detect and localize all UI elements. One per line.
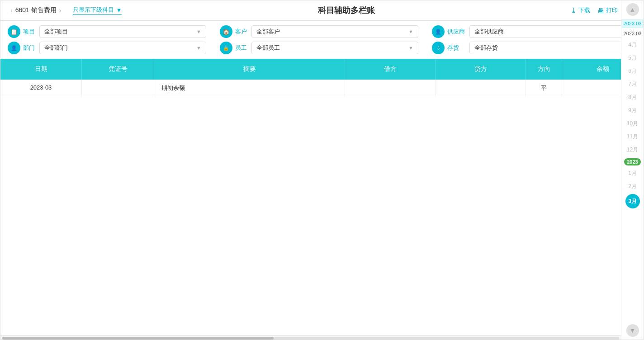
customer-label-text: 客户 [235,28,247,36]
supplier-label-text: 供应商 [447,28,465,36]
header: ‹ 6601 销售费用 › 只显示下级科目 ▼ 科目辅助多栏账 ⤓ 下载 🖶 打… [0,0,644,21]
year-badge: 2023 [624,158,640,165]
supplier-value: 全部供应商 [474,28,504,36]
cell-direction: 平 [526,80,562,97]
print-label: 打印 [606,6,618,14]
employee-filter-label: 🔒 员工 [211,42,247,54]
scroll-down-icon[interactable]: ▼ [626,324,639,335]
project-value: 全部项目 [44,28,68,36]
employee-label-text: 员工 [235,44,247,52]
employee-arrow-icon: ▼ [408,45,413,51]
inventory-select[interactable]: 全部存货 ▼ [469,42,636,54]
supplier-select[interactable]: 全部供应商 ▼ [469,25,636,38]
month-item-3-selected[interactable]: 3月 [625,194,640,208]
month-sidebar: ▲ 2023.03 2023.03 4月 5月 6月 7月 8月 9月 10月 … [621,59,644,335]
col-voucher: 凭证号 [82,59,154,80]
customer-filter-label: 🏠 客户 [211,25,247,38]
department-label-text: 部门 [23,44,35,52]
month-item-2[interactable]: 2月 [621,180,644,193]
main-window: ‹ 6601 销售费用 › 只显示下级科目 ▼ 科目辅助多栏账 ⤓ 下载 🖶 打… [0,0,644,340]
sidebar-scroll-down[interactable]: ▼ [621,321,644,335]
month-item-11[interactable]: 11月 [621,130,644,143]
month-item-12[interactable]: 12月 [621,143,644,156]
month-item-1[interactable]: 1月 [621,167,644,180]
department-filter-label: 👤 部门 [8,42,35,54]
cell-summary: 期初余额 [154,80,345,97]
employee-value: 全部员工 [256,44,280,52]
print-button[interactable]: 🖶 打印 [597,6,618,14]
table-area: 日期 凭证号 摘要 借方 贷方 方向 余额 2023-03 期初余额 [0,59,644,335]
col-summary: 摘要 [154,59,345,80]
inventory-filter-label: ⇩ 存货 [423,42,465,54]
inventory-label-text: 存货 [447,44,459,52]
employee-select[interactable]: 全部员工 ▼ [251,42,418,54]
col-debit: 借方 [345,59,436,80]
month-item-7[interactable]: 7月 [621,78,644,91]
month-item-8[interactable]: 8月 [621,91,644,104]
supplier-filter-label: 👤 供应商 [423,25,465,38]
col-direction: 方向 [526,59,562,80]
cell-credit [436,80,526,97]
customer-icon: 🏠 [220,25,232,38]
horizontal-scrollbar[interactable] [0,335,621,340]
show-sub-arrow-icon: ▼ [116,7,122,14]
content-area: 日期 凭证号 摘要 借方 贷方 方向 余额 2023-03 期初余额 [0,59,644,335]
filters-area: 📋 项目 全部项目 ▼ 🏠 客户 全部客户 ▼ 👤 供应商 全部供应商 ▼ [0,21,644,59]
selected-month-container[interactable]: 3月 [621,193,644,209]
download-button[interactable]: ⤓ 下载 [571,6,590,14]
cell-debit [345,80,436,97]
show-sub-label: 只显示下级科目 [73,6,114,14]
col-date: 日期 [0,59,82,80]
customer-arrow-icon: ▼ [408,29,413,34]
month-item-9[interactable]: 9月 [621,104,644,117]
project-arrow-icon: ▼ [196,29,201,34]
show-sub-toggle[interactable]: 只显示下级科目 ▼ [73,6,122,15]
scrollbar-track [2,337,619,340]
scrollbar-thumb[interactable] [2,337,274,340]
account-code: 6601 销售费用 [15,6,57,14]
cell-voucher [82,80,154,97]
col-credit: 贷方 [436,59,526,80]
project-icon: 📋 [8,25,20,38]
month-item-10[interactable]: 10月 [621,117,644,130]
supplier-icon: 👤 [432,25,445,38]
page-title: 科目辅助多栏账 [122,5,571,16]
project-filter-label: 📋 项目 [8,25,35,38]
department-icon: 👤 [8,42,20,54]
download-label: 下载 [578,6,590,14]
print-icon: 🖶 [597,7,604,14]
cell-date: 2023-03 [0,80,82,97]
project-select[interactable]: 全部项目 ▼ [39,25,206,38]
year-badge-container: 2023 [621,156,644,167]
employee-icon: 🔒 [220,42,232,54]
table-row: 2023-03 期初余额 平 [0,80,644,97]
prev-account-button[interactable]: ‹ [8,6,15,15]
next-account-button[interactable]: › [57,6,64,15]
download-icon: ⤓ [571,6,577,14]
department-arrow-icon: ▼ [196,45,201,51]
inventory-icon: ⇩ [432,42,445,54]
account-code-text: 6601 销售费用 [15,6,57,14]
month-item-5[interactable]: 5月 [621,59,644,65]
inventory-value: 全部存货 [474,44,498,52]
department-value: 全部部门 [44,44,68,52]
table-header: 日期 凭证号 摘要 借方 贷方 方向 余额 [0,59,644,80]
month-item-6[interactable]: 6月 [621,65,644,78]
table-body: 2023-03 期初余额 平 [0,80,644,97]
department-select[interactable]: 全部部门 ▼ [39,42,206,54]
project-label-text: 项目 [23,28,35,36]
customer-value: 全部客户 [256,28,280,36]
customer-select[interactable]: 全部客户 ▼ [251,25,418,38]
